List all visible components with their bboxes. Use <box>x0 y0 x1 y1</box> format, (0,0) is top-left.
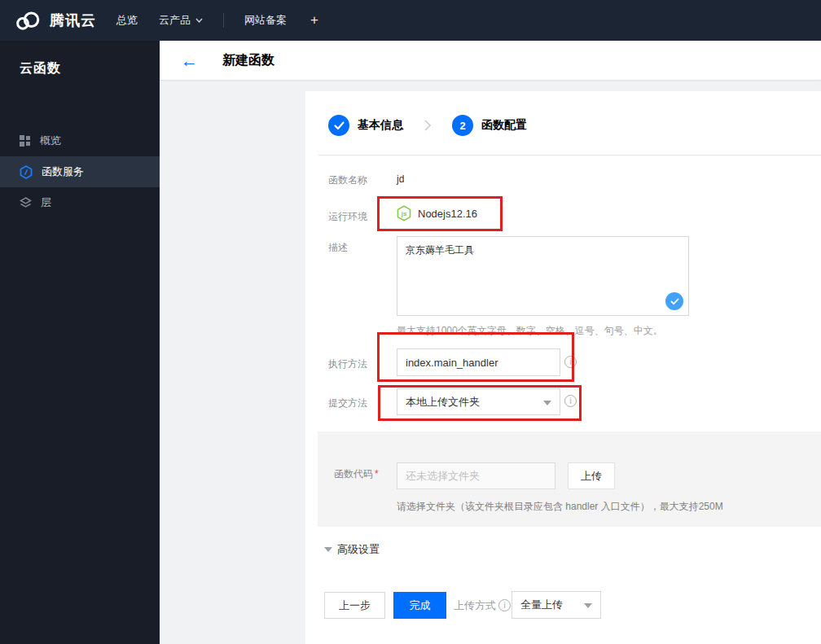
advanced-settings-label: 高级设置 <box>337 542 380 557</box>
required-asterisk: * <box>375 468 379 480</box>
nav-divider <box>223 13 224 28</box>
submit-method-info-icon[interactable]: i <box>564 395 577 407</box>
top-nav-items: 总览 云产品 网站备案 + <box>106 0 331 41</box>
submit-method-label: 提交方法 <box>328 396 367 410</box>
function-code-help-text: 请选择文件夹（该文件夹根目录应包含 handler 入口文件），最大支持250M <box>397 500 723 514</box>
back-arrow-icon[interactable]: ← <box>181 52 198 69</box>
chevron-down-icon <box>195 18 203 23</box>
nav-item-website-record[interactable]: 网站备案 <box>234 0 297 41</box>
step-done-circle <box>328 115 349 136</box>
step-label-function-config: 函数配置 <box>481 118 527 133</box>
sidebar-item-overview[interactable]: 概览 <box>0 125 160 156</box>
description-field-wrap: 京东薅羊毛工具 <box>397 236 689 316</box>
step-current-circle: 2 <box>452 115 473 136</box>
nav-item-label: 总览 <box>116 13 138 28</box>
advanced-settings-toggle[interactable]: 高级设置 <box>324 542 380 557</box>
upload-mode-label: 上传方式 <box>454 598 496 613</box>
submit-method-value: 本地上传文件夹 <box>406 395 480 410</box>
runtime-name: Nodejs12.16 <box>418 208 477 220</box>
handler-input[interactable] <box>397 348 560 376</box>
upload-mode-value: 全量上传 <box>520 598 563 612</box>
function-code-label-text: 函数代码 <box>334 468 373 480</box>
top-navbar: 腾讯云 总览 云产品 网站备案 + <box>0 0 821 41</box>
sidebar-item-label: 函数服务 <box>42 164 84 179</box>
sidebar-item-label: 层 <box>41 195 51 210</box>
folder-path-input[interactable] <box>397 462 555 489</box>
finish-button[interactable]: 完成 <box>393 592 446 619</box>
description-textarea[interactable]: 京东薅羊毛工具 <box>397 236 689 316</box>
check-icon <box>334 121 345 130</box>
screen: 腾讯云 总览 云产品 网站备案 + 云函数 <box>0 0 821 644</box>
grid-icon <box>20 135 31 147</box>
triangle-down-icon <box>324 547 332 552</box>
function-hexagon-icon <box>20 165 33 179</box>
validation-check-icon <box>665 292 683 310</box>
description-label: 描述 <box>328 241 348 255</box>
handler-info-icon[interactable]: i <box>564 356 577 368</box>
content-header: ← 新建函数 <box>160 41 821 80</box>
submit-method-select[interactable]: 本地上传文件夹 <box>397 388 560 415</box>
runtime-label: 运行环境 <box>328 210 367 224</box>
content-area: 基本信息 2 函数配置 函数名称 jd 运行环境 js Nodejs12.16 <box>160 80 821 644</box>
tencent-cloud-logo[interactable]: 腾讯云 <box>13 10 96 31</box>
handler-label: 执行方法 <box>328 357 367 371</box>
select-caret-icon <box>543 401 551 405</box>
page-title: 新建函数 <box>222 52 274 69</box>
sidebar-menu: 概览 函数服务 层 <box>0 125 160 218</box>
new-function-card: 基本信息 2 函数配置 函数名称 jd 运行环境 js Nodejs12.16 <box>305 91 821 644</box>
nav-item-cloud-products[interactable]: 云产品 <box>148 0 213 41</box>
upload-button[interactable]: 上传 <box>568 462 615 489</box>
brand-name: 腾讯云 <box>50 11 96 30</box>
function-name-value: jd <box>397 173 404 185</box>
function-name-label: 函数名称 <box>328 173 367 187</box>
sidebar: 云函数 概览 函数服务 <box>0 41 160 644</box>
sidebar-title: 云函数 <box>0 41 160 77</box>
previous-step-button[interactable]: 上一步 <box>324 592 385 619</box>
description-help-text: 最大支持1000个英文字母、数字、空格、逗号、句号、中文。 <box>397 324 663 338</box>
step-label-basic-info: 基本信息 <box>358 118 403 133</box>
add-nav-tab-button[interactable]: + <box>297 12 331 28</box>
sidebar-item-label: 概览 <box>40 134 61 148</box>
step-indicator: 基本信息 2 函数配置 <box>328 114 527 137</box>
function-code-section: 函数代码* 上传 请选择文件夹（该文件夹根目录应包含 handler 入口文件）… <box>318 432 821 527</box>
upload-mode-info-icon[interactable]: i <box>498 599 511 611</box>
cloud-logo-icon <box>13 10 42 31</box>
select-caret-icon <box>584 603 592 608</box>
sidebar-item-function-service[interactable]: 函数服务 <box>0 156 160 187</box>
step-chevron-icon <box>424 120 431 131</box>
upload-mode-select[interactable]: 全量上传 <box>511 591 601 619</box>
layers-icon <box>20 197 32 209</box>
sidebar-item-layers[interactable]: 层 <box>0 187 160 218</box>
function-code-label: 函数代码* <box>334 467 379 481</box>
nodejs-icon: js <box>397 205 411 221</box>
svg-text:js: js <box>401 210 407 217</box>
nav-item-overview[interactable]: 总览 <box>106 0 148 41</box>
nav-item-label: 网站备案 <box>244 13 287 28</box>
section-divider <box>318 155 821 156</box>
nav-item-label: 云产品 <box>159 13 191 28</box>
runtime-value: js Nodejs12.16 <box>397 205 477 221</box>
upload-mode-label-wrap: 上传方式 i <box>454 592 511 619</box>
